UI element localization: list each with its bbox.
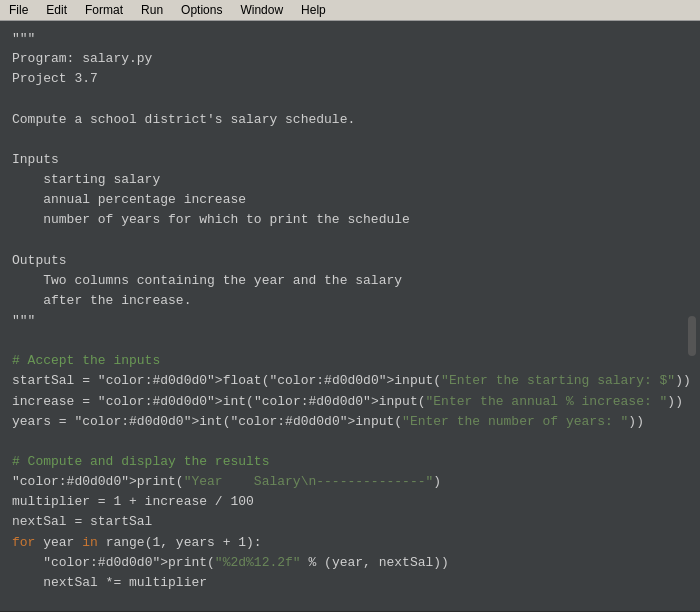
code-container: """Program: salary.pyProject 3.7 Compute… — [12, 29, 688, 593]
code-line: after the increase. — [12, 291, 688, 311]
code-line: annual percentage increase — [12, 190, 688, 210]
code-line: Inputs — [12, 150, 688, 170]
menu-help[interactable]: Help — [298, 2, 329, 18]
code-line: years = "color:#d0d0d0">int("color:#d0d0… — [12, 412, 688, 432]
code-line: increase = "color:#d0d0d0">int("color:#d… — [12, 392, 688, 412]
scroll-indicator — [688, 316, 696, 356]
menu-bar: File Edit Format Run Options Window Help — [0, 0, 700, 21]
code-line — [12, 230, 688, 250]
code-line: # Compute and display the results — [12, 452, 688, 472]
code-line: multiplier = 1 + increase / 100 — [12, 492, 688, 512]
code-line: """ — [12, 311, 688, 331]
code-line: Outputs — [12, 251, 688, 271]
code-line: startSal = "color:#d0d0d0">float("color:… — [12, 371, 688, 391]
menu-run[interactable]: Run — [138, 2, 166, 18]
menu-window[interactable]: Window — [237, 2, 286, 18]
code-line: nextSal *= multiplier — [12, 573, 688, 593]
code-line: starting salary — [12, 170, 688, 190]
menu-format[interactable]: Format — [82, 2, 126, 18]
code-line — [12, 432, 688, 452]
code-line: for year in range(1, years + 1): — [12, 533, 688, 553]
code-line: "color:#d0d0d0">print("Year Salary\n----… — [12, 472, 688, 492]
code-editor[interactable]: """Program: salary.pyProject 3.7 Compute… — [0, 21, 700, 611]
code-line: Two columns containing the year and the … — [12, 271, 688, 291]
code-line: Program: salary.py — [12, 49, 688, 69]
code-line: nextSal = startSal — [12, 512, 688, 532]
code-line: Compute a school district's salary sched… — [12, 110, 688, 130]
code-line: number of years for which to print the s… — [12, 210, 688, 230]
code-line: """ — [12, 29, 688, 49]
code-line: # Accept the inputs — [12, 351, 688, 371]
code-line: Project 3.7 — [12, 69, 688, 89]
code-line — [12, 89, 688, 109]
menu-file[interactable]: File — [6, 2, 31, 18]
menu-edit[interactable]: Edit — [43, 2, 70, 18]
code-line — [12, 130, 688, 150]
menu-options[interactable]: Options — [178, 2, 225, 18]
code-line — [12, 331, 688, 351]
code-line: "color:#d0d0d0">print("%2d%12.2f" % (yea… — [12, 553, 688, 573]
